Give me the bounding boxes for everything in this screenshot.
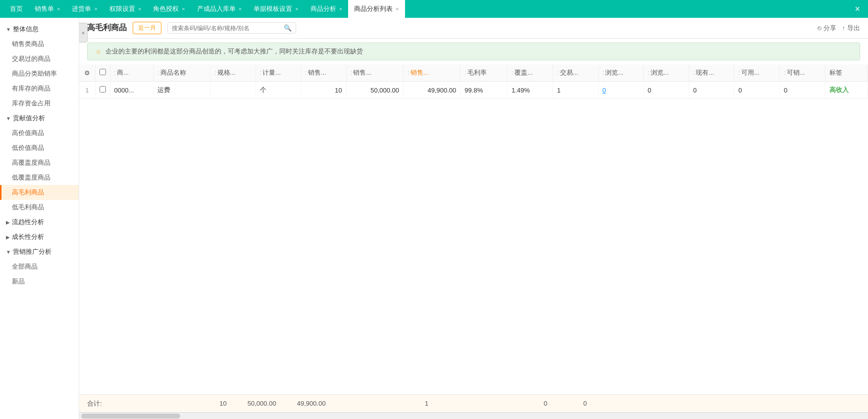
close-purchase-tab[interactable]: × bbox=[94, 6, 97, 12]
product-table: ⚙ 商... 商品名称 规格... 计量... 销售... 销售... 销售..… bbox=[79, 64, 868, 99]
arrow-icon: ▼ bbox=[6, 27, 11, 32]
sidebar-group-trend[interactable]: ▶ 流趋性分析 bbox=[0, 215, 79, 230]
col-code[interactable]: 商... bbox=[110, 64, 153, 82]
info-banner: ☆ 企业的主要的利润都是这部分商品创造的，可考虑加大推广，同时关注库存是不要出现… bbox=[87, 43, 860, 60]
sidebar-group-growth[interactable]: ▶ 成长性分析 bbox=[0, 230, 79, 244]
header-actions: ⎋ 分享 ↑ 导出 bbox=[817, 24, 861, 33]
arrow-icon-marketing: ▼ bbox=[6, 249, 11, 255]
sidebar-item-sales-products[interactable]: 销售类商品 bbox=[0, 37, 79, 51]
row-available: 0 bbox=[734, 82, 780, 99]
close-permission-tab[interactable]: × bbox=[138, 6, 141, 12]
col-gross-rate[interactable]: 毛利率 bbox=[460, 64, 508, 82]
row-sales-cost: 49,900.00 bbox=[404, 82, 460, 99]
nav-item-sales[interactable]: 销售单 × bbox=[29, 0, 66, 18]
col-saleable[interactable]: 可销... bbox=[779, 64, 825, 82]
col-checkbox[interactable] bbox=[95, 64, 110, 82]
col-sales-cost[interactable]: 销售... bbox=[404, 64, 460, 82]
col-spec[interactable]: 规格... bbox=[210, 64, 255, 82]
row-spec bbox=[210, 82, 255, 99]
close-analysis-tab[interactable]: × bbox=[339, 6, 342, 12]
arrow-icon-contribution: ▼ bbox=[6, 116, 11, 121]
sidebar-item-category-sales-rate[interactable]: 商品分类助销率 bbox=[0, 66, 79, 81]
sidebar-item-stock-capital[interactable]: 库存资金占用 bbox=[0, 96, 79, 111]
select-all-checkbox[interactable] bbox=[100, 69, 106, 75]
row-saleable: 0 bbox=[779, 82, 825, 99]
row-sales-amount: 50,000.00 bbox=[346, 82, 403, 99]
export-button[interactable]: ↑ 导出 bbox=[842, 24, 861, 33]
footer-empty4 bbox=[488, 400, 528, 407]
sidebar-item-high-coverage[interactable]: 高覆盖度商品 bbox=[0, 155, 79, 170]
footer-empty3 bbox=[449, 400, 488, 407]
close-analysis-list-tab[interactable]: × bbox=[396, 6, 399, 12]
col-tag: 标签 bbox=[825, 64, 868, 82]
export-icon: ↑ bbox=[842, 24, 846, 32]
close-sales-tab[interactable]: × bbox=[57, 6, 60, 12]
row-browse1[interactable]: 0 bbox=[598, 82, 644, 99]
col-settings[interactable]: ⚙ bbox=[79, 64, 95, 82]
sidebar-item-high-margin[interactable]: 高毛利商品 bbox=[0, 185, 79, 200]
nav-item-purchase[interactable]: 进货单 × bbox=[66, 0, 103, 18]
footer-sales-amount: 50,000.00 bbox=[231, 400, 280, 407]
nav-item-inbound[interactable]: 产成品入库单 × bbox=[191, 0, 248, 18]
sidebar-item-low-value[interactable]: 低价值商品 bbox=[0, 140, 79, 155]
arrow-icon-growth: ▶ bbox=[6, 234, 10, 240]
row-checkbox-cell[interactable] bbox=[95, 82, 110, 99]
table-header-row: ⚙ 商... 商品名称 规格... 计量... 销售... 销售... 销售..… bbox=[79, 64, 868, 82]
sidebar-group-overview[interactable]: ▼ 整体信息 bbox=[0, 22, 79, 37]
sidebar-item-low-coverage[interactable]: 低覆盖度商品 bbox=[0, 170, 79, 185]
row-unit: 个 bbox=[255, 82, 301, 99]
col-browse2[interactable]: 浏览... bbox=[644, 64, 689, 82]
row-index: 1 bbox=[79, 82, 95, 99]
col-current[interactable]: 现有... bbox=[689, 64, 734, 82]
col-trade[interactable]: 交易... bbox=[553, 64, 598, 82]
row-current: 0 bbox=[689, 82, 734, 99]
row-code: 0000... bbox=[110, 82, 153, 99]
nav-item-permission[interactable]: 权限设置 × bbox=[103, 0, 147, 18]
close-all-tabs-button[interactable]: × bbox=[851, 4, 864, 14]
share-button[interactable]: ⎋ 分享 bbox=[817, 24, 836, 33]
nav-item-role[interactable]: 角色授权 × bbox=[147, 0, 191, 18]
col-sales-amount[interactable]: 销售... bbox=[346, 64, 403, 82]
sidebar-item-low-margin[interactable]: 低毛利商品 bbox=[0, 200, 79, 215]
row-sales-qty: 10 bbox=[301, 82, 347, 99]
row-name: 运费 bbox=[153, 82, 210, 99]
col-sales-qty[interactable]: 销售... bbox=[301, 64, 347, 82]
search-icon[interactable]: 🔍 bbox=[284, 24, 292, 32]
sidebar-group-contribution[interactable]: ▼ 贡献值分析 bbox=[0, 111, 79, 126]
col-name[interactable]: 商品名称 bbox=[153, 64, 210, 82]
sidebar-item-high-value[interactable]: 高价值商品 bbox=[0, 126, 79, 140]
arrow-icon-trend: ▶ bbox=[6, 220, 10, 225]
sidebar-item-new-products[interactable]: 新品 bbox=[0, 274, 79, 289]
sidebar: ▼ 整体信息 销售类商品 交易过的商品 商品分类助销率 有库存的商品 库存资金占… bbox=[0, 18, 79, 419]
row-checkbox[interactable] bbox=[100, 86, 106, 93]
col-coverage[interactable]: 覆盖... bbox=[508, 64, 553, 82]
nav-item-analysis-list[interactable]: 商品分析列表 × bbox=[348, 0, 405, 18]
row-trade: 1 bbox=[553, 82, 598, 99]
close-inbound-tab[interactable]: × bbox=[239, 6, 242, 12]
footer-current: 0 bbox=[528, 400, 567, 407]
close-template-tab[interactable]: × bbox=[295, 6, 298, 12]
scroll-thumb[interactable] bbox=[81, 414, 180, 419]
sidebar-group-marketing[interactable]: ▼ 营销推广分析 bbox=[0, 244, 79, 259]
col-browse1[interactable]: 浏览... bbox=[598, 64, 644, 82]
search-input[interactable] bbox=[172, 25, 282, 32]
nav-item-analysis[interactable]: 商品分析 × bbox=[305, 0, 348, 18]
search-box[interactable]: 🔍 bbox=[167, 22, 296, 34]
footer-values: 10 50,000.00 49,900.00 1 0 0 bbox=[142, 400, 860, 407]
filter-recent-month-button[interactable]: 近一月 bbox=[133, 22, 161, 34]
sidebar-item-traded-products[interactable]: 交易过的商品 bbox=[0, 51, 79, 66]
footer-sales-cost: 49,900.00 bbox=[280, 400, 330, 407]
col-available[interactable]: 可用... bbox=[734, 64, 780, 82]
horizontal-scrollbar[interactable] bbox=[79, 412, 868, 419]
nav-item-template[interactable]: 单据模板设置 × bbox=[248, 0, 304, 18]
sidebar-item-all-products[interactable]: 全部商品 bbox=[0, 259, 79, 274]
col-unit[interactable]: 计量... bbox=[255, 64, 301, 82]
sidebar-collapse-button[interactable]: « bbox=[79, 23, 88, 43]
content-header: 高毛利商品 近一月 🔍 ⎋ 分享 ↑ 导出 bbox=[79, 18, 868, 39]
close-role-tab[interactable]: × bbox=[182, 6, 185, 12]
sidebar-item-in-stock[interactable]: 有库存的商品 bbox=[0, 81, 79, 96]
table-row: 1 0000... 运费 个 10 50,000.00 49,900.00 99… bbox=[79, 82, 868, 99]
footer-sales-qty: 10 bbox=[142, 400, 231, 407]
nav-item-home[interactable]: 首页 bbox=[4, 0, 29, 18]
footer-empty1 bbox=[330, 400, 369, 407]
